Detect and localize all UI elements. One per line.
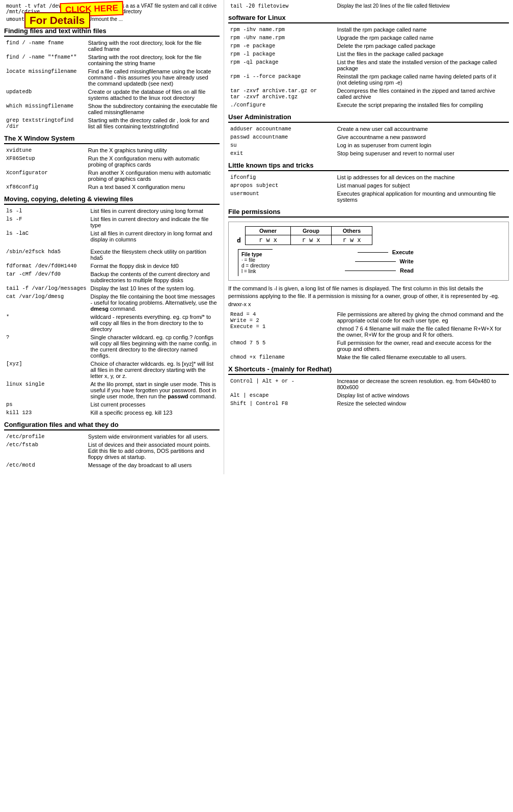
left-column: mount -t vfat /dev/hda1/mnt/cdrive Mount… [0,0,224,474]
config-files-title: Configuration files and what they do [4,421,220,430]
desc-cell: Display the file containing the boot tim… [89,292,220,313]
others-rwx: r w x [332,235,372,245]
table-row: usermount Executes graphical application… [228,190,509,204]
cmd-cell: updatedb [4,88,86,102]
desc-cell: Execute the script preparing the install… [335,101,509,109]
perm-desc-cell: File permissions are altered by giving t… [335,310,509,339]
desc-cell: Backup the contents of the current direc… [89,270,220,284]
desc-cell: Run a text based X configuration menu [86,183,220,191]
desc-cell: Reinstall the rpm package called name ha… [335,72,509,87]
table-row: /sbin/e2fsck hda5 Execute the filesystem… [4,248,220,262]
cmd-cell: ps [4,400,89,409]
table-row: xf86config Run a text based X configurat… [4,183,220,191]
desc-cell: Decompress the files contained in the zi… [335,87,509,101]
cmd-cell: tar -zxvf archive.tar.gz ortar -zxvf arc… [228,87,335,101]
table-row: exit Stop being superuser and revert to … [228,149,509,157]
table-row: /etc/profile System wide environment var… [4,432,220,441]
desc-cell: List the files in the package called pac… [335,50,509,58]
table-row: tar -zxvf archive.tar.gz ortar -zxvf arc… [228,87,509,101]
perm-desc-cell: Make the file called filename executable… [335,353,509,361]
x-shortcuts-title: X Shortcuts - (mainly for Redhat) [228,365,509,375]
cmd-cell: find / -name "*fname*" [4,53,86,67]
cmd-cell: /sbin/e2fsck hda5 [4,248,89,262]
table-row: passwd accountname Give accountname a ne… [228,133,509,141]
table-row: xvidtune Run the X graphics tuning utili… [4,146,220,154]
perm-desc-cell: Full permission for the owner, read and … [335,339,509,353]
desc-cell: Give accountname a new password [335,133,509,141]
desc-cell: Single character wildcard. eg. cp config… [89,333,220,360]
desc-cell: Run another X configuration menu with au… [86,169,220,183]
table-row: ifconfig List ip addresses for all devic… [228,173,509,181]
desc-cell: Choice of character wildcards. eg. ls [x… [89,360,220,380]
table-row: grep textstringtofind/dir Starting with … [4,116,220,130]
file-permissions-title: File permissions [228,208,509,218]
desc-cell: Upgrade the rpm package called name [335,34,509,42]
cmd-cell: rpm -i --force package [228,72,335,87]
desc-cell: List all files in current directory in l… [89,229,220,243]
table-row: chmod 7 5 5 Full permission for the owne… [228,339,509,353]
desc-cell: System wide environment variables for al… [86,432,220,441]
table-row: find / -name fname Starting with the roo… [4,39,220,53]
cmd-cell: [xyz] [4,360,89,380]
table-row: /etc/motd Message of the day broadcast t… [4,461,220,469]
cmd-cell: ls -F [4,215,89,229]
cmd-cell: /etc/motd [4,461,86,469]
desc-cell: Show the subdirectory containing the exe… [86,102,220,116]
rpm-table: rpm -ihv name.rpm Install the rpm packag… [228,25,509,109]
desc-cell: At the lilo prompt, start in single user… [89,380,220,400]
table-row: ls -l List files in current directory us… [4,207,220,215]
table-row: Control | Alt + or - Increase or decreas… [228,377,509,391]
tips-table: ifconfig List ip addresses for all devic… [228,173,509,204]
table-row: linux single At the lilo prompt, start i… [4,380,220,400]
table-row: ls -F List files in current directory an… [4,215,220,229]
user-admin-table: adduser accountname Create a new user ca… [228,125,509,157]
top-right-table: tail -20 filetoview Display the last 20 … [228,2,509,10]
desc-cell: Format the floppy disk in device fd0 [89,262,220,270]
config-files-section: Configuration files and what they do /et… [4,421,220,469]
desc-cell: Display list of active windows [335,391,509,399]
desc-cell: List ip addresses for all devices on the… [335,173,509,181]
rpm-section-title: software for Linux [228,14,509,23]
cmd-cell: adduser accountname [228,125,335,133]
finding-files-section: Finding files and text within files find… [4,27,220,130]
desc-cell: Run the X configuration menu with automa… [86,154,220,169]
cmd-cell: rpm -e package [228,42,335,50]
config-files-table: /etc/profile System wide environment var… [4,432,220,469]
owner-rwx: r w x [245,235,291,245]
desc-cell: Install the rpm package called name [335,25,509,34]
table-row: tail -20 filetoview Display the last 20 … [228,2,509,10]
desc-cell: Create or update the database of files o… [86,88,220,102]
for-details-banner[interactable]: For Details [24,12,90,29]
owner-col-header: Owner [245,226,291,235]
desc-cell: wildcard - represents everything. eg. cp… [89,313,220,333]
group-rwx: r w x [291,235,332,245]
desc-cell: List manual pages for subject [335,181,509,190]
desc-cell: Run the X graphics tuning utility [86,146,220,154]
desc-cell: List current processes [89,400,220,409]
top-right-area: tail -20 filetoview Display the last 20 … [228,2,509,10]
desc-cell: List files in current directory using lo… [89,207,220,215]
right-column: tail -20 filetoview Display the last 20 … [224,0,513,474]
cmd-cell: ? [4,333,89,360]
table-row: rpm -ihv name.rpm Install the rpm packag… [228,25,509,34]
table-row: ./configure Execute the script preparing… [228,101,509,109]
table-row: rpm -e package Delete the rpm package ca… [228,42,509,50]
cmd-cell: ./configure [228,101,335,109]
cmd-cell: xvidtune [4,146,86,154]
table-row: locate missingfilename Find a file calle… [4,67,220,88]
user-admin-section: User Administration adduser accountname … [228,113,509,157]
table-row: find / -name "*fname*" Starting with the… [4,53,220,67]
permissions-description: If the command ls -l is given, a long li… [228,285,509,308]
cmd-cell: ifconfig [228,173,335,181]
file-permissions-section: File permissions Owner Group Others d r … [228,208,509,361]
table-row: [xyz] Choice of character wildcards. eg.… [4,360,220,380]
x-window-section: The X Window System xvidtune Run the X g… [4,134,220,191]
moving-copying-title: Moving, copying, deleting & viewing file… [4,195,220,205]
cmd-cell: linux single [4,380,89,400]
perm-value-cell: chmod +x filename [228,353,335,361]
cmd-cell: exit [228,149,335,157]
read-label: Read [345,267,414,274]
desc-cell: Increase or decrease the screen resoluti… [335,377,509,391]
perm-d-char: d [233,236,245,244]
table-row: Alt | escape Display list of active wind… [228,391,509,399]
